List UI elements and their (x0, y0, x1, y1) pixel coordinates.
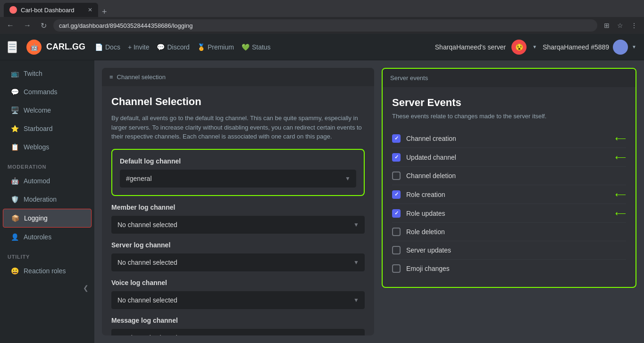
event-label-role-updates: Role updates (406, 210, 610, 217)
member-channel-select-wrapper: No channel selected ▼ (111, 216, 365, 234)
panel-header: ≡ Channel selection (102, 68, 374, 86)
server-dropdown-arrow[interactable]: ▼ (532, 44, 537, 49)
event-role-updates: Role updates ⟵ (392, 204, 626, 223)
invite-link[interactable]: + Invite (128, 43, 150, 51)
event-updated-channel: Updated channel ⟵ (392, 148, 626, 167)
user-avatar[interactable] (613, 40, 628, 55)
left-panel: ≡ Channel selection Channel Selection By… (102, 68, 374, 335)
arrow-role-updates: ⟵ (615, 209, 626, 218)
sidebar: 📺 Twitch 💬 Commands 🖥️ Welcome ⭐ Starboa… (0, 60, 94, 343)
default-channel-label: Default log channel (120, 157, 356, 165)
sidebar-item-reaction-roles[interactable]: 😀 Reaction roles (3, 262, 92, 280)
user-dropdown-arrow[interactable]: ▼ (632, 44, 636, 49)
event-label-role-deletion: Role deletion (406, 228, 626, 236)
checkbox-updated-channel[interactable] (392, 153, 401, 162)
voice-channel-section: Voice log channel No channel selected ▼ (111, 279, 365, 309)
back-button[interactable]: ← (4, 19, 17, 32)
default-channel-select-wrapper: #general ▼ (120, 170, 356, 188)
extensions-button[interactable]: ⊞ (601, 20, 612, 31)
sidebar-item-moderation[interactable]: 🛡️ Moderation (3, 190, 92, 208)
logging-icon: 📦 (11, 214, 19, 222)
twitch-icon: 📺 (10, 69, 19, 78)
member-channel-select[interactable]: No channel selected (111, 216, 365, 234)
active-tab[interactable]: Carl-bot Dashboard ✕ (4, 3, 98, 17)
voice-channel-select[interactable]: No channel selected (111, 291, 365, 309)
refresh-button[interactable]: ↻ (38, 19, 50, 32)
browser-chrome: Carl-bot Dashboard ✕ + ← → ↻ carl.gg/das… (0, 0, 644, 34)
docs-link[interactable]: 📄Docs (95, 43, 120, 51)
channel-selection-card: ≡ Channel selection Channel Selection By… (102, 68, 374, 335)
autoroles-icon: 👤 (10, 233, 19, 241)
navbar-right: SharqaHameed's server 😵 ▼ SharqaHameed #… (435, 40, 636, 55)
brand-name: CARL.GG (46, 42, 85, 52)
sidebar-item-autoroles[interactable]: 👤 Autoroles (3, 228, 92, 246)
welcome-icon: 🖥️ (10, 106, 19, 114)
message-channel-select[interactable]: No channel selected (111, 329, 365, 336)
server-channel-select[interactable]: No channel selected (111, 253, 365, 271)
server-avatar[interactable]: 😵 (511, 40, 527, 55)
status-link[interactable]: 💚Status (242, 43, 271, 51)
sidebar-item-welcome[interactable]: 🖥️ Welcome (3, 101, 92, 119)
moderation-section-label: MODERATION (0, 156, 94, 172)
message-channel-label: Message log channel (111, 317, 365, 324)
checkbox-role-deletion[interactable] (392, 228, 401, 236)
reaction-roles-icon: 😀 (10, 267, 19, 275)
status-icon: 💚 (242, 43, 250, 51)
server-events-body: Server Events These events relate to cha… (383, 87, 636, 287)
address-bar[interactable]: carl.gg/dashboard/894503528444358686/log… (53, 19, 597, 32)
checkbox-emoji-changes[interactable] (392, 264, 401, 273)
checkbox-server-updates[interactable] (392, 246, 401, 254)
breadcrumb-icon: ≡ (109, 74, 113, 81)
voice-channel-select-wrapper: No channel selected ▼ (111, 291, 365, 309)
event-label-server-updates: Server updates (406, 246, 626, 254)
sidebar-item-commands[interactable]: 💬 Commands (3, 83, 92, 101)
commands-label: Commands (24, 88, 58, 96)
checkbox-channel-creation[interactable] (392, 134, 401, 143)
member-channel-label: Member log channel (111, 204, 365, 211)
event-emoji-changes: Emoji changes (392, 260, 626, 278)
event-label-channel-creation: Channel creation (406, 135, 610, 142)
bookmark-button[interactable]: ☆ (614, 20, 626, 31)
right-panel: Server events Server Events These events… (382, 68, 636, 335)
premium-icon: 🏅 (197, 43, 205, 51)
more-button[interactable]: ⋮ (628, 20, 640, 31)
app: ☰ 🤖 CARL.GG 📄Docs + Invite 💬Discord 🏅Pre… (0, 34, 644, 343)
starboard-icon: ⭐ (10, 124, 19, 133)
forward-button[interactable]: → (21, 19, 34, 32)
sidebar-item-starboard[interactable]: ⭐ Starboard (3, 120, 92, 138)
moderation-icon: 🛡️ (10, 195, 19, 204)
server-events-card: Server events Server Events These events… (382, 68, 636, 288)
discord-link[interactable]: 💬Discord (157, 43, 189, 51)
navbar: ☰ 🤖 CARL.GG 📄Docs + Invite 💬Discord 🏅Pre… (0, 34, 644, 60)
premium-link[interactable]: 🏅Premium (197, 43, 234, 51)
twitch-label: Twitch (24, 70, 42, 77)
server-events-header: Server events (383, 69, 636, 87)
event-channel-creation: Channel creation ⟵ (392, 129, 626, 148)
sidebar-item-automod[interactable]: 🤖 Automod (3, 172, 92, 190)
arrow-role-creation: ⟵ (615, 190, 626, 199)
tab-favicon (9, 6, 17, 14)
sidebar-item-logging[interactable]: 📦 Logging (3, 209, 92, 228)
checkbox-role-creation[interactable] (392, 190, 401, 199)
logging-label: Logging (24, 214, 48, 222)
sidebar-item-weblogs[interactable]: 📋 Weblogs (3, 138, 92, 156)
collapse-button[interactable]: ❮ (83, 284, 89, 292)
weblogs-icon: 📋 (10, 143, 19, 151)
browser-nav: ← → ↻ carl.gg/dashboard/8945035284443586… (0, 17, 644, 34)
panel-body: Channel Selection By default, all events… (102, 86, 374, 335)
close-tab-button[interactable]: ✕ (88, 7, 92, 13)
hamburger-button[interactable]: ☰ (8, 41, 17, 53)
checkbox-role-updates[interactable] (392, 209, 401, 218)
sidebar-item-twitch[interactable]: 📺 Twitch (3, 65, 92, 82)
new-tab-button[interactable]: + (98, 7, 111, 17)
utility-section-label: UTILITY (0, 246, 94, 261)
server-channel-select-wrapper: No channel selected ▼ (111, 253, 365, 271)
default-channel-select[interactable]: #general (120, 170, 356, 188)
checkbox-channel-deletion[interactable] (392, 172, 401, 180)
collapse-section: ❮ (0, 280, 94, 295)
arrow-channel-creation: ⟵ (615, 134, 626, 143)
server-events-description: These events relate to changes made to t… (392, 113, 626, 120)
brand: 🤖 CARL.GG (26, 40, 85, 55)
automod-label: Automod (24, 177, 50, 185)
nav-links: 📄Docs + Invite 💬Discord 🏅Premium 💚Status (95, 43, 271, 51)
